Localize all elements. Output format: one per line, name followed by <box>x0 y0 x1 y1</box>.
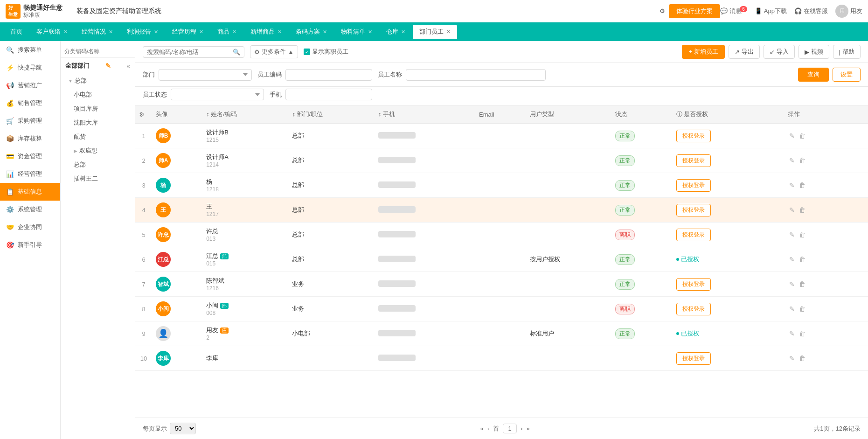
nav-tab-goods-close[interactable]: ✕ <box>232 29 236 35</box>
more-filters-btn[interactable]: ⚙ 更多条件 ▲ <box>250 45 298 58</box>
app-btn[interactable]: 📱 App下载 <box>755 7 787 15</box>
sidebar-item-search[interactable]: 🔍 搜索菜单 <box>0 41 60 59</box>
dept-item-distribution[interactable]: 配货 <box>61 130 135 144</box>
current-page[interactable]: 1 <box>503 424 517 433</box>
last-page-btn[interactable]: » <box>526 425 529 432</box>
collapse-dept-icon[interactable]: « <box>127 63 130 70</box>
edit-icon[interactable]: ✎ <box>789 231 795 238</box>
reset-btn[interactable]: 设置 <box>833 68 861 82</box>
next-page-btn[interactable]: › <box>521 425 522 432</box>
auth-btn[interactable]: 授权登录 <box>676 352 711 365</box>
delete-icon[interactable]: 🗑 <box>799 181 806 189</box>
dept-item-project[interactable]: 项目库房 <box>61 102 135 116</box>
auth-btn[interactable]: 授权登录 <box>676 130 711 142</box>
delete-icon[interactable]: 🗑 <box>799 355 806 362</box>
edit-icon[interactable]: ✎ <box>789 280 795 288</box>
delete-icon[interactable]: 🗑 <box>799 157 806 164</box>
sidebar-item-system[interactable]: ⚙️ 系统管理 <box>0 201 60 218</box>
sidebar-item-marketing[interactable]: 📢 营销推广 <box>0 77 60 94</box>
nav-tab-profit-close[interactable]: ✕ <box>154 29 158 35</box>
sidebar-item-purchase[interactable]: 🛒 采购管理 <box>0 112 60 130</box>
trial-btn[interactable]: 体验行业方案 <box>669 4 720 18</box>
delete-icon[interactable]: 🗑 <box>799 256 806 263</box>
dept-item-xiaodianbù[interactable]: 小电部 <box>61 88 135 102</box>
show-resigned-toggle[interactable]: ✓ 显示离职员工 <box>304 48 348 56</box>
dept-item-chawang[interactable]: 插树王二 <box>61 172 135 186</box>
edit-dept-icon[interactable]: ✎ <box>105 62 111 70</box>
prev-page-btn[interactable]: ‹ <box>487 425 489 432</box>
col-dept[interactable]: ↕ 部门/职位 <box>288 105 374 124</box>
help-btn[interactable]: | 帮助 <box>833 45 861 59</box>
edit-icon[interactable]: ✎ <box>789 305 795 313</box>
col-phone[interactable]: ↕ 手机 <box>375 105 475 124</box>
msg-btn[interactable]: 💬 消息 6 <box>720 7 747 15</box>
sidebar-item-basic[interactable]: 📋 基础信息 <box>0 183 60 201</box>
auth-btn[interactable]: 授权登录 <box>676 154 711 167</box>
col-settings[interactable]: ⚙ <box>135 105 152 124</box>
nav-tab-barcode-close[interactable]: ✕ <box>323 29 327 35</box>
filter-dept-select[interactable] <box>159 69 252 81</box>
edit-icon[interactable]: ✎ <box>789 256 795 263</box>
add-employee-btn[interactable]: + 新增员工 <box>682 45 724 59</box>
sidebar-item-sales[interactable]: 💰 销售管理 <box>0 94 60 112</box>
filter-empcode-input[interactable] <box>285 69 372 81</box>
sidebar-item-collab[interactable]: 🤝 企业协同 <box>0 218 60 236</box>
auth-btn[interactable]: 授权登录 <box>676 229 711 241</box>
nav-tab-warehouse-close[interactable]: ✕ <box>401 29 405 35</box>
nav-tab-bom-close[interactable]: ✕ <box>368 29 372 35</box>
user-area[interactable]: 用 用友 <box>835 5 862 18</box>
per-page-select[interactable]: 50 100 200 <box>170 423 196 434</box>
sidebar-item-operation[interactable]: 📊 经营管理 <box>0 165 60 183</box>
nav-tab-profit[interactable]: 利润报告 ✕ <box>120 25 165 39</box>
view-btn[interactable]: ▶ 视频 <box>799 45 829 59</box>
nav-tab-new-goods-close[interactable]: ✕ <box>278 29 282 35</box>
dept-search-input[interactable] <box>64 48 134 55</box>
nav-tab-customer[interactable]: 客户联络 ✕ <box>30 25 74 39</box>
auth-btn[interactable]: 授权登录 <box>676 179 711 192</box>
first-page-btn[interactable]: « <box>480 425 484 432</box>
dept-item-shuangmiao[interactable]: ▶ 双庙想 <box>61 144 135 158</box>
edit-icon[interactable]: ✎ <box>789 355 795 362</box>
nav-tab-employee[interactable]: 部门员工 ✕ <box>413 25 457 39</box>
dept-item-headquarter[interactable]: ▼ 总部 <box>61 74 135 88</box>
auth-btn[interactable]: 授权登录 <box>676 204 711 216</box>
nav-tab-business[interactable]: 经营情况 ✕ <box>75 25 119 39</box>
delete-icon[interactable]: 🗑 <box>799 330 806 337</box>
sidebar-item-nav[interactable]: ⚡ 快捷导航 <box>0 59 60 77</box>
query-btn[interactable]: 查询 <box>798 68 829 82</box>
all-depts-label[interactable]: 全部部门 <box>65 62 90 70</box>
sidebar-item-guide[interactable]: 🎯 新手引导 <box>0 236 60 254</box>
delete-icon[interactable]: 🗑 <box>799 280 806 288</box>
export-btn[interactable]: ↗ 导出 <box>729 45 760 59</box>
nav-tab-goods[interactable]: 商品 ✕ <box>211 25 243 39</box>
service-btn[interactable]: 🎧 在线客服 <box>794 7 828 15</box>
nav-tab-new-goods[interactable]: 新增商品 ✕ <box>244 25 288 39</box>
search-icon-btn[interactable]: 🔍 <box>233 49 240 56</box>
delete-icon[interactable]: 🗑 <box>799 132 806 139</box>
delete-icon[interactable]: 🗑 <box>799 231 806 238</box>
filter-phone-input[interactable] <box>285 89 372 100</box>
col-name[interactable]: ↕ 姓名/编码 <box>202 105 288 124</box>
nav-tab-bom[interactable]: 物料清单 ✕ <box>334 25 379 39</box>
search-input[interactable] <box>147 49 231 56</box>
nav-tab-business-close[interactable]: ✕ <box>109 29 113 35</box>
nav-tab-barcode[interactable]: 条码方案 ✕ <box>289 25 333 39</box>
nav-tab-employee-close[interactable]: ✕ <box>446 29 451 35</box>
auth-btn[interactable]: 授权登录 <box>676 278 711 291</box>
edit-icon[interactable]: ✎ <box>789 157 795 164</box>
dept-item-hq2[interactable]: 总部 <box>61 158 135 172</box>
filter-empname-input[interactable] <box>406 69 546 81</box>
nav-tab-customer-close[interactable]: ✕ <box>63 29 68 35</box>
gear-btn[interactable]: ⚙ <box>656 5 669 18</box>
nav-tab-warehouse[interactable]: 仓库 ✕ <box>380 25 412 39</box>
nav-tab-history[interactable]: 经营历程 ✕ <box>166 25 210 39</box>
edit-icon[interactable]: ✎ <box>789 181 795 189</box>
filter-status-select[interactable] <box>171 89 264 100</box>
delete-icon[interactable]: 🗑 <box>799 206 806 214</box>
nav-tab-history-close[interactable]: ✕ <box>199 29 203 35</box>
auth-btn[interactable]: 授权登录 <box>676 303 711 315</box>
edit-icon[interactable]: ✎ <box>789 330 795 337</box>
sidebar-item-inventory[interactable]: 📦 库存核算 <box>0 130 60 147</box>
nav-tab-home[interactable]: 首页 <box>4 25 29 39</box>
edit-icon[interactable]: ✎ <box>789 132 795 139</box>
